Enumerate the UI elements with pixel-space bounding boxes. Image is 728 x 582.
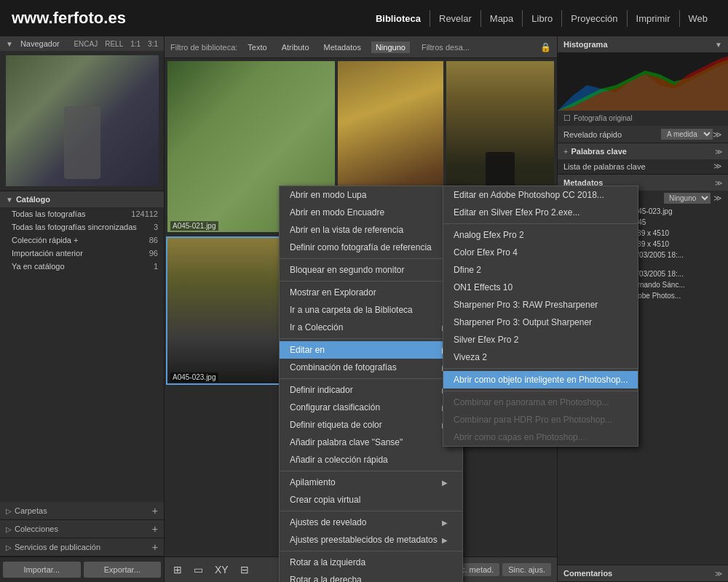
sub-hdr-pro: Combinar para HDR Pro en Photoshop... <box>443 411 638 428</box>
sub-objeto-inteligente[interactable]: Abrir como objeto inteligente en Photosh… <box>443 371 638 388</box>
menu-arrow-apil: ▶ <box>442 479 448 487</box>
submenu: Editar en Adobe Photoshop CC 2018... Edi… <box>443 186 638 447</box>
sub-sep-3 <box>443 391 638 391</box>
sub-sharpener-output[interactable]: Sharpener Pro 3: Output Sharpener <box>443 314 638 331</box>
menu-rotar-der[interactable]: Rotar a la derecha <box>280 571 462 582</box>
sub-sep-1 <box>443 223 638 224</box>
menu-sep-3 <box>280 338 462 339</box>
menu-sep-1 <box>280 258 462 259</box>
menu-arrow-meta: ▶ <box>442 536 448 544</box>
menu-vista-referencia[interactable]: Abrir en la vista de referencia <box>280 221 462 239</box>
context-menu-overlay[interactable]: Abrir en modo Lupa Abrir en modo Encuadr… <box>0 0 728 582</box>
sub-capas: Abrir como capas en Photoshop... <box>443 428 638 446</box>
menu-etiqueta-color[interactable]: Definir etiqueta de color ▶ <box>280 416 462 434</box>
sub-photoshop-cc[interactable]: Editar en Adobe Photoshop CC 2018... <box>443 186 638 204</box>
menu-copia-virtual[interactable]: Crear copia virtual <box>280 491 462 509</box>
sub-dfine[interactable]: Dfine 2 <box>443 261 638 279</box>
menu-ajustes-revelado[interactable]: Ajustes de revelado ▶ <box>280 514 462 531</box>
menu-editar-en[interactable]: Editar en ▶ <box>280 341 462 359</box>
sub-silver-efex-2[interactable]: Silver Efex Pro 2 <box>443 331 638 348</box>
sub-on1-effects[interactable]: ON1 Effects 10 <box>443 279 638 296</box>
menu-ir-coleccion[interactable]: Ir a Colección ▶ <box>280 319 462 336</box>
menu-definir-indicador[interactable]: Definir indicador ▶ <box>280 381 462 399</box>
menu-bloquear[interactable]: Bloquear en segundo monitor <box>280 261 462 279</box>
sub-sharpener-raw[interactable]: Sharpener Pro 3: RAW Presharpener <box>443 296 638 314</box>
menu-sep-5 <box>280 471 462 471</box>
menu-apilamiento[interactable]: Apilamiento ▶ <box>280 474 462 491</box>
sub-viveza[interactable]: Viveza 2 <box>443 348 638 366</box>
menu-sep-6 <box>280 511 462 511</box>
menu-sep-2 <box>280 281 462 282</box>
menu-combinacion[interactable]: Combinación de fotografías ▶ <box>280 359 462 376</box>
menu-mostrar-explorador[interactable]: Mostrar en Explorador <box>280 284 462 301</box>
menu-abrir-encuadre[interactable]: Abrir en modo Encuadre <box>280 204 462 221</box>
sub-color-efex[interactable]: Color Efex Pro 4 <box>443 244 638 261</box>
menu-rotar-izq[interactable]: Rotar a la izquierda <box>280 554 462 571</box>
sub-sep-2 <box>443 368 638 369</box>
menu-definir-referencia[interactable]: Definir como fotografía de referencia <box>280 239 462 256</box>
context-menu: Abrir en modo Lupa Abrir en modo Encuadr… <box>279 186 463 582</box>
menu-sep-7 <box>280 551 462 551</box>
sub-analog-efex[interactable]: Analog Efex Pro 2 <box>443 226 638 244</box>
menu-sep-4 <box>280 378 462 379</box>
sub-silver-efex[interactable]: Editar en Silver Efex Pro 2.exe... <box>443 204 638 221</box>
menu-arrow-rev: ▶ <box>442 519 448 527</box>
sub-panorama: Combinar en panorama en Photoshop... <box>443 394 638 411</box>
menu-ajustes-meta[interactable]: Ajustes preestablecidos de metadatos ▶ <box>280 531 462 549</box>
menu-abrir-lupa[interactable]: Abrir en modo Lupa <box>280 186 462 204</box>
menu-anadir-rapida[interactable]: Añadir a colección rápida <box>280 451 462 469</box>
menu-clasificacion[interactable]: Configurar clasificación ▶ <box>280 399 462 416</box>
menu-ir-carpeta[interactable]: Ir a una carpeta de la Biblioteca <box>280 301 462 319</box>
menu-anadir-palabra[interactable]: Añadir palabra clave "Sanse" <box>280 434 462 451</box>
